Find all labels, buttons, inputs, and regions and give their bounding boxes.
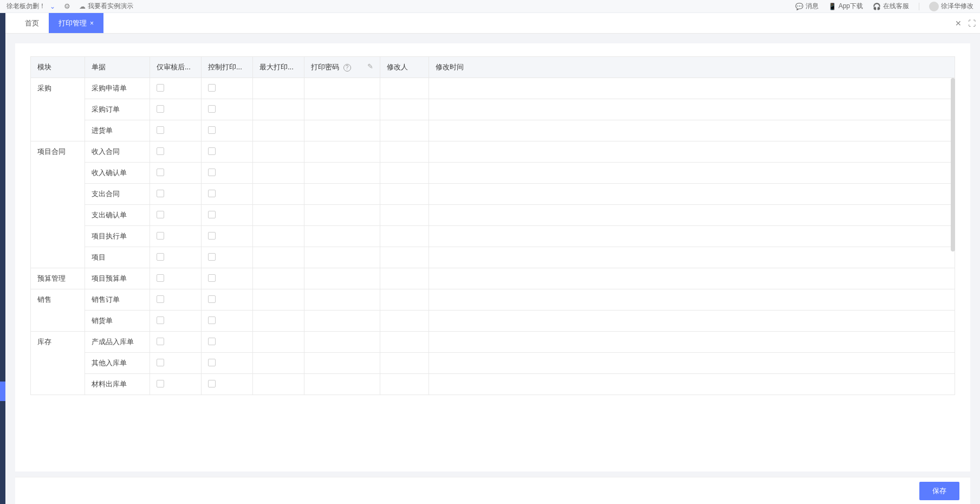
- tab-home-label: 首页: [25, 18, 39, 28]
- control-checkbox-cell: [202, 289, 253, 311]
- password-cell: [304, 268, 380, 289]
- demo-link[interactable]: ☁ 我要看实例演示: [79, 2, 133, 11]
- tab-home[interactable]: 首页: [15, 13, 49, 33]
- checkbox[interactable]: [157, 105, 164, 113]
- time-cell: [429, 332, 955, 353]
- control-checkbox-cell: [202, 141, 253, 163]
- tabs-right-controls: ✕ ⛶: [955, 13, 976, 34]
- checkbox[interactable]: [208, 380, 216, 387]
- checkbox[interactable]: [208, 105, 216, 113]
- checkbox[interactable]: [208, 274, 216, 282]
- checkbox[interactable]: [208, 190, 216, 197]
- close-all-icon[interactable]: ✕: [955, 19, 962, 28]
- checkbox[interactable]: [157, 295, 164, 303]
- checkbox[interactable]: [208, 232, 216, 240]
- table-row: 材料出库单: [31, 374, 955, 395]
- messages-link[interactable]: 💬 消息: [795, 2, 819, 11]
- bill-cell: 项目执行单: [85, 226, 150, 247]
- max-print-cell: [253, 247, 304, 268]
- control-checkbox-cell: [202, 205, 253, 226]
- sidebar-sliver: [0, 13, 5, 504]
- header-right: 💬 消息 📱 App下载 🎧 在线客服 徐泽华修改: [795, 2, 973, 11]
- checkbox[interactable]: [157, 169, 164, 176]
- vertical-scrollbar[interactable]: [951, 78, 955, 251]
- close-icon[interactable]: ×: [90, 20, 94, 27]
- password-cell: [304, 141, 380, 163]
- table-body: 采购采购申请单采购订单进货单项目合同收入合同收入确认单支出合同支出确认单项目执行…: [31, 78, 955, 395]
- checkbox[interactable]: [157, 211, 164, 218]
- modifier-cell: [380, 226, 429, 247]
- gear-icon[interactable]: ⚙: [64, 2, 70, 10]
- support-link[interactable]: 🎧 在线客服: [873, 2, 909, 11]
- module-cell: 销售: [31, 289, 85, 332]
- password-cell: [304, 374, 380, 395]
- checkbox[interactable]: [157, 190, 164, 197]
- table-row: 采购订单: [31, 99, 955, 120]
- modifier-cell: [380, 99, 429, 120]
- modifier-cell: [380, 374, 429, 395]
- audit-checkbox-cell: [150, 332, 202, 353]
- checkbox[interactable]: [157, 232, 164, 240]
- bill-cell: 其他入库单: [85, 353, 150, 374]
- checkbox[interactable]: [157, 359, 164, 366]
- checkbox[interactable]: [208, 84, 216, 92]
- max-print-cell: [253, 353, 304, 374]
- checkbox[interactable]: [157, 253, 164, 261]
- bill-cell: 支出合同: [85, 184, 150, 205]
- checkbox[interactable]: [157, 274, 164, 282]
- bill-cell: 销售订单: [85, 289, 150, 311]
- checkbox[interactable]: [157, 380, 164, 387]
- module-cell: 采购: [31, 78, 85, 141]
- edit-icon[interactable]: ✎: [367, 62, 373, 70]
- max-print-cell: [253, 205, 304, 226]
- save-button[interactable]: 保存: [919, 482, 959, 500]
- checkbox[interactable]: [208, 211, 216, 218]
- modifier-cell: [380, 311, 429, 332]
- time-cell: [429, 289, 955, 311]
- module-cell: 项目合同: [31, 141, 85, 268]
- modifier-cell: [380, 141, 429, 163]
- checkbox[interactable]: [208, 338, 216, 345]
- control-checkbox-cell: [202, 374, 253, 395]
- help-icon[interactable]: ?: [343, 64, 351, 72]
- fullscreen-icon[interactable]: ⛶: [968, 19, 976, 28]
- checkbox[interactable]: [157, 84, 164, 92]
- divider: [919, 3, 919, 10]
- max-print-cell: [253, 99, 304, 120]
- checkbox[interactable]: [208, 359, 216, 366]
- module-cell: 预算管理: [31, 268, 85, 289]
- checkbox[interactable]: [157, 147, 164, 155]
- checkbox[interactable]: [157, 316, 164, 324]
- app-label: App下载: [839, 2, 863, 11]
- footer-bar: 保存: [15, 477, 970, 504]
- checkbox[interactable]: [208, 126, 216, 134]
- checkbox[interactable]: [157, 338, 164, 345]
- table-row: 库存产成品入库单: [31, 332, 955, 353]
- checkbox[interactable]: [157, 126, 164, 134]
- max-print-cell: [253, 332, 304, 353]
- control-checkbox-cell: [202, 353, 253, 374]
- audit-checkbox-cell: [150, 374, 202, 395]
- th-max-print: 最大打印...: [253, 57, 304, 78]
- time-cell: [429, 374, 955, 395]
- checkbox[interactable]: [208, 295, 216, 303]
- table-row: 项目执行单: [31, 226, 955, 247]
- control-checkbox-cell: [202, 78, 253, 99]
- password-cell: [304, 247, 380, 268]
- bill-cell: 销货单: [85, 311, 150, 332]
- org-selector[interactable]: 徐老板勿删！ ⌄: [7, 2, 55, 11]
- bill-cell: 收入合同: [85, 141, 150, 163]
- checkbox[interactable]: [208, 147, 216, 155]
- app-download-link[interactable]: 📱 App下载: [828, 2, 863, 11]
- audit-checkbox-cell: [150, 247, 202, 268]
- checkbox[interactable]: [208, 253, 216, 261]
- password-cell: [304, 311, 380, 332]
- time-cell: [429, 141, 955, 163]
- checkbox[interactable]: [208, 169, 216, 176]
- th-print-password-label: 打印密码: [311, 63, 339, 71]
- table-row: 销售销售订单: [31, 289, 955, 311]
- checkbox[interactable]: [208, 316, 216, 324]
- th-control-print: 控制打印...: [202, 57, 253, 78]
- tab-print-management[interactable]: 打印管理 ×: [49, 13, 103, 33]
- user-menu[interactable]: 徐泽华修改: [929, 2, 973, 11]
